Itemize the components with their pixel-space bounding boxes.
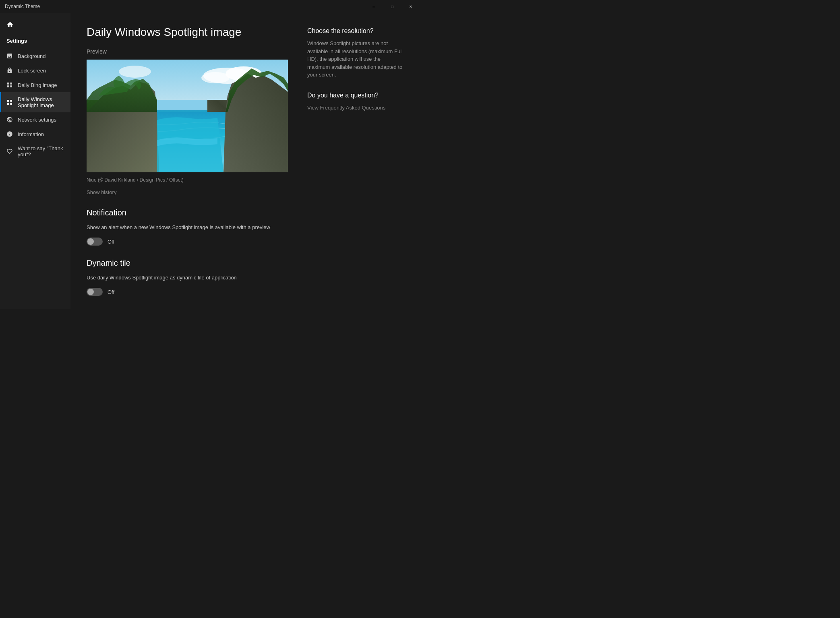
home-icon xyxy=(6,21,14,28)
image-caption: Niue (© David Kirkland / Design Pics / O… xyxy=(87,177,291,183)
image-icon xyxy=(6,53,13,59)
scene-overlay xyxy=(87,60,288,172)
content-left: Daily Windows Spotlight image Preview xyxy=(87,26,291,296)
minimize-button[interactable]: – xyxy=(364,0,383,13)
spotlight-icon xyxy=(6,99,13,105)
sidebar-item-thank-you[interactable]: Want to say "Thank you"? xyxy=(0,141,70,161)
resolution-title: Choose the resolution? xyxy=(307,27,404,35)
sidebar: Settings Background Lock screen Daily Bi… xyxy=(0,13,70,309)
preview-image xyxy=(87,60,288,172)
app-body: Settings Background Lock screen Daily Bi… xyxy=(0,13,420,309)
lock-icon xyxy=(6,67,13,74)
dynamic-tile-title: Dynamic tile xyxy=(87,258,291,268)
notification-toggle-row: Off xyxy=(87,238,291,246)
sidebar-item-background[interactable]: Background xyxy=(0,49,70,63)
resolution-text: Windows Spotlight pictures are not avail… xyxy=(307,39,404,79)
preview-label: Preview xyxy=(87,48,291,55)
info-icon xyxy=(6,131,13,137)
heart-icon xyxy=(6,148,13,155)
notification-toggle[interactable] xyxy=(87,238,103,246)
sidebar-item-label: Daily Bing image xyxy=(18,82,57,88)
close-button[interactable]: ✕ xyxy=(401,0,420,13)
app-title: Dynamic Theme xyxy=(5,4,40,9)
sidebar-item-information[interactable]: Information xyxy=(0,127,70,141)
dynamic-tile-toggle[interactable] xyxy=(87,288,103,296)
svg-point-3 xyxy=(201,72,230,83)
landscape-scene xyxy=(87,60,288,172)
sidebar-item-label: Background xyxy=(18,53,46,59)
dynamic-tile-toggle-label: Off xyxy=(108,289,114,295)
dynamic-tile-description: Use daily Windows Spotlight image as dyn… xyxy=(87,274,291,281)
page-title: Daily Windows Spotlight image xyxy=(87,26,291,39)
faq-link[interactable]: View Frequently Asked Questions xyxy=(307,105,385,111)
globe-icon xyxy=(6,116,13,123)
sidebar-item-label: Daily Windows Spotlight image xyxy=(18,96,64,108)
sidebar-item-label: Want to say "Thank you"? xyxy=(18,145,64,157)
notification-toggle-label: Off xyxy=(108,239,114,245)
sidebar-item-daily-bing[interactable]: Daily Bing image xyxy=(0,78,70,92)
dynamic-tile-toggle-row: Off xyxy=(87,288,291,296)
question-title: Do you have a question? xyxy=(307,92,404,99)
sidebar-item-label: Lock screen xyxy=(18,68,46,74)
notification-description: Show an alert when a new Windows Spotlig… xyxy=(87,224,291,231)
window-controls: – □ ✕ xyxy=(364,0,420,13)
show-history-link[interactable]: Show history xyxy=(87,189,291,195)
svg-point-4 xyxy=(119,66,151,78)
maximize-button[interactable]: □ xyxy=(383,0,401,13)
sidebar-item-lock-screen[interactable]: Lock screen xyxy=(0,63,70,78)
main-content: Daily Windows Spotlight image Preview xyxy=(70,13,420,309)
sidebar-item-daily-spotlight[interactable]: Daily Windows Spotlight image xyxy=(0,92,70,112)
home-button[interactable] xyxy=(0,16,70,35)
content-right-panel: Choose the resolution? Windows Spotlight… xyxy=(307,26,404,296)
notification-title: Notification xyxy=(87,208,291,217)
sidebar-item-label: Information xyxy=(18,131,44,137)
grid-icon xyxy=(6,82,13,88)
sidebar-item-label: Network settings xyxy=(18,117,56,123)
sidebar-item-network-settings[interactable]: Network settings xyxy=(0,112,70,127)
titlebar: Dynamic Theme – □ ✕ xyxy=(0,0,420,13)
settings-label: Settings xyxy=(0,35,70,49)
